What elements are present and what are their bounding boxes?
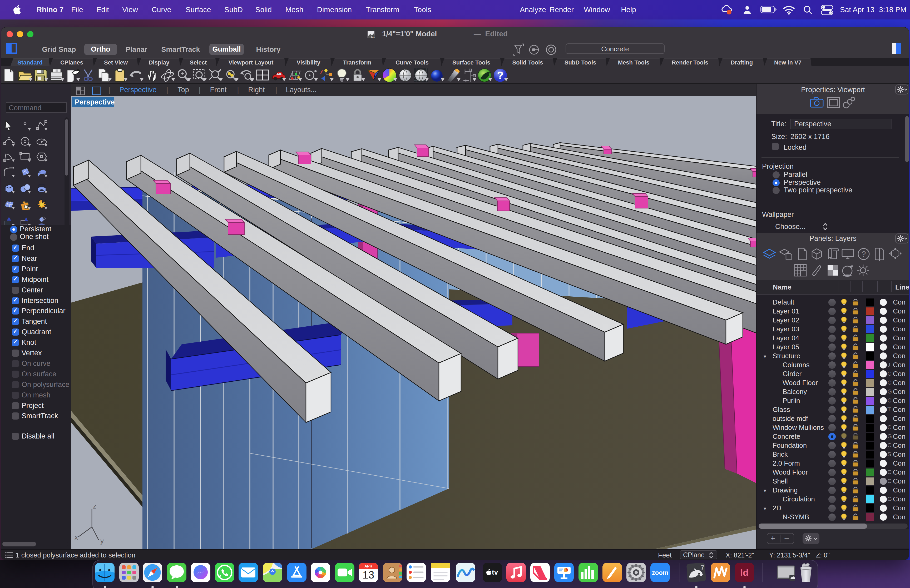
svg-text:?: ? <box>497 69 503 81</box>
svg-text:?: ? <box>862 250 866 258</box>
svg-text:tv: tv <box>492 568 498 576</box>
svg-text:Id: Id <box>740 567 748 578</box>
svg-text:x: x <box>74 533 78 541</box>
svg-text:zoom: zoom <box>652 569 669 576</box>
svg-text:APR: APR <box>364 564 372 568</box>
svg-text:7: 7 <box>701 563 704 571</box>
svg-text:z: z <box>93 502 96 510</box>
svg-text:3dm: 3dm <box>371 36 375 38</box>
svg-text:13: 13 <box>362 569 375 581</box>
svg-text:Perspective: Perspective <box>75 98 115 106</box>
svg-text:y: y <box>100 537 104 545</box>
